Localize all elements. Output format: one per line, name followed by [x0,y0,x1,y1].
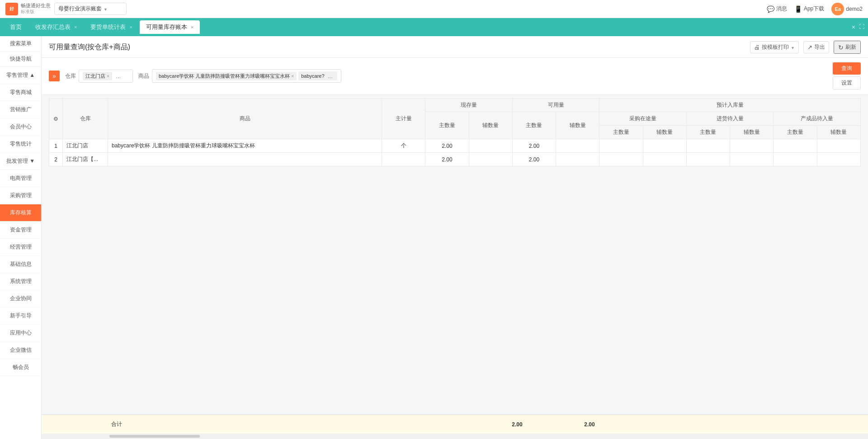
logo-app-name: 畅捷通好生意 [21,3,51,9]
row-warehouse: 江北门店【... [63,153,108,166]
template-chevron-icon [791,44,795,51]
product-input[interactable]: babycare学饮杯 儿童防摔防撞吸管杯重力球吸嘴杯宝宝水杯 × babyca… [152,69,341,83]
top-bar-left: 好 畅捷通好生意 标准版 母婴行业演示账套 [5,3,127,15]
data-table: ⚙ 仓库 商品 主计量 现存量 可用量 预计入库量 主数量 辅数量 主数量 辅数… [49,98,861,166]
sidebar-item-basics[interactable]: 基础信息 [0,256,41,273]
row-product [108,153,382,166]
refresh-label: 刷新 [845,43,856,51]
warehouse-tag-close[interactable]: × [107,74,109,79]
sidebar-item-mkt[interactable]: 营销推广 [0,101,41,118]
warehouse-more[interactable]: ... [114,72,123,80]
col-stock-main: 主数量 [425,112,469,139]
col-pur-sub: 辅数量 [643,126,686,139]
sidebar-item-stats[interactable]: 零售统计 [0,136,41,153]
col-prod-main: 主数量 [774,126,817,139]
row-stock-sub [469,153,512,166]
sidebar-item-enterprise[interactable]: 企业协同 [0,290,41,307]
avatar-initials: Ea [835,6,841,12]
tab-可用量-label: 可用量库存账本 [146,23,187,31]
product-filter: 商品 babycare学饮杯 儿童防摔防撞吸管杯重力球吸嘴杯宝宝水杯 × bab… [138,69,341,83]
sidebar-nav[interactable]: 快捷导航 [0,52,41,67]
sidebar-item-operations[interactable]: 经营管理 [0,239,41,256]
sidebar-item-finance-label: 资金管理 [10,227,32,233]
user-profile[interactable]: Ea demo2 [831,3,863,15]
product-tag1-close[interactable]: × [291,74,294,79]
chevron-down-icon [104,6,108,12]
logo-icon: 好 [5,3,18,15]
sidebar-item-purchase[interactable]: 采购管理 [0,187,41,204]
sidebar-item-batch[interactable]: 批发管理 ▼ [0,153,41,170]
sidebar-search[interactable]: 搜索菜单 [0,36,41,52]
row-avail-main: 2.00 [512,139,556,153]
row-pur-main [599,139,643,153]
sidebar-item-zero-sales-label: 零售管理 [6,72,28,78]
sidebar-item-enterprise-label: 企业协同 [10,295,32,302]
warehouse-input[interactable]: 江北门店 × ... [79,70,133,83]
col-avail-group: 可用量 [512,99,599,112]
tab-收发存-label: 收发存汇总表 [35,23,71,31]
window-close-icon[interactable]: × [852,24,855,31]
row-avail-sub [556,139,599,153]
sidebar-item-bizwx-label: 企业微信 [10,347,32,353]
bottom-scrollbar[interactable] [42,434,868,439]
footer-row: 合计 2.00 2.00 [49,419,861,430]
col-purchase-group: 采购在途量 [599,112,687,126]
sidebar-item-bizwx[interactable]: 企业微信 [0,342,41,359]
refresh-button[interactable]: 刷新 [834,41,861,54]
tab-收发存-close[interactable]: × [74,24,77,30]
row-avail-sub [556,153,599,166]
footer-stock-main: 2.00 [512,421,522,428]
row-product: babycare学饮杯 儿童防摔防撞吸管杯重力球吸嘴杯宝宝水杯 [108,139,382,153]
tab-要货[interactable]: 要货单统计表 × [84,20,138,34]
table-body: 1 江北门店 babycare学饮杯 儿童防摔防撞吸管杯重力球吸嘴杯宝宝水杯 个… [49,139,861,166]
row-avail-main: 2.00 [512,153,556,166]
tab-收发存[interactable]: 收发存汇总表 × [29,20,83,34]
window-expand-icon[interactable]: ⛶ [859,24,864,31]
template-print-button[interactable]: 按模板打印 [750,41,799,53]
row-unit [382,153,425,166]
tab-可用量[interactable]: 可用量库存账本 × [140,20,200,34]
table-footer: 合计 2.00 2.00 [42,414,868,434]
tab-要货-close[interactable]: × [129,24,132,30]
sidebar-item-ecom[interactable]: 电商管理 [0,170,41,187]
product-tag2: babycare? ... [298,71,337,80]
row-stock-main: 2.00 [425,153,469,166]
row-warehouse: 江北门店 [63,139,108,153]
tab-home[interactable]: 首页 [4,20,28,34]
sidebar-item-ecom-label: 电商管理 [10,175,32,181]
export-icon [807,44,812,51]
arrow-icon2: ▼ [29,158,35,164]
message-icon [767,5,774,13]
sidebar-item-member2[interactable]: 畅会员 [0,359,41,376]
col-settings[interactable]: ⚙ [49,99,63,139]
row-arr-sub [730,153,774,166]
user-name: demo2 [846,6,863,12]
col-arr-sub: 辅数量 [730,126,774,139]
sidebar-item-newbie[interactable]: 新手引导 [0,307,41,325]
tab-home-label: 首页 [10,23,22,31]
col-stock-group: 现存量 [425,99,513,112]
query-button[interactable]: 查询 [833,62,861,75]
app-download-action[interactable]: App下载 [794,5,824,13]
col-arr-main: 主数量 [686,126,730,139]
product-more[interactable]: ... [326,72,335,80]
account-selector[interactable]: 母婴行业演示账套 [54,3,127,15]
row-stock-main: 2.00 [425,139,469,153]
sidebar-item-inventory[interactable]: 库存核算 [0,204,41,222]
sidebar-item-zero-mall[interactable]: 零售商城 [0,84,41,101]
expand-icon: » [52,72,56,80]
export-button[interactable]: 导出 [803,41,829,53]
tab-可用量-close[interactable]: × [191,24,193,30]
product-filter-label: 商品 [138,72,149,80]
setting-button[interactable]: 设置 [833,76,861,90]
nav-label: 快捷导航 [10,55,32,63]
filter-expand-button[interactable]: » [49,71,60,81]
row-prod-main [774,153,817,166]
sidebar-item-appcenter[interactable]: 应用中心 [0,325,41,342]
sidebar-item-finance[interactable]: 资金管理 [0,222,41,239]
sidebar-item-system[interactable]: 系统管理 [0,273,41,290]
message-action[interactable]: 消息 [767,5,787,13]
sidebar-item-member[interactable]: 会员中心 [0,118,41,136]
col-prod-sub: 辅数量 [817,126,860,139]
sidebar-item-zero-sales[interactable]: 零售管理 ▲ [0,67,41,84]
